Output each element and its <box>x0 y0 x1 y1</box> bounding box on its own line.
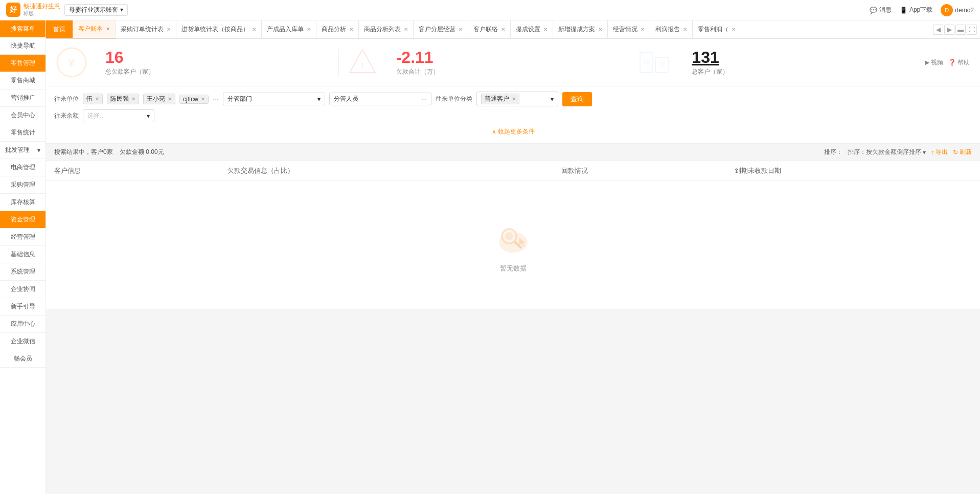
stat-block-amount: -2.11 欠款合计（万） <box>386 49 630 76</box>
query-button[interactable]: 查询 <box>562 92 592 106</box>
stat-label-total: 总客户（家） <box>692 68 728 76</box>
results-amount: 欠款金额 0.00元 <box>120 148 164 155</box>
help-link[interactable]: ❓ 帮助 <box>948 58 970 67</box>
data-table: 客户信息 欠款交易信息（占比） 回款情况 到期未收款日期 <box>46 161 980 309</box>
tab-new-promotion[interactable]: 新增提成方案 ✕ <box>553 20 608 39</box>
sidebar-item-operations[interactable]: 经营管理 <box>0 229 45 246</box>
tab-operations-label: 经营情况 <box>613 25 637 34</box>
tab-close-icon[interactable]: ✕ <box>501 27 505 32</box>
stat-block-customers: 16 总欠款客户（家） <box>95 49 339 76</box>
tab-accounts[interactable]: 客户账本 ✕ <box>73 20 116 39</box>
stat-deco-icon-3 <box>637 47 673 78</box>
sidebar-item-member-center[interactable]: 会员中心 <box>0 107 45 124</box>
tab-product-instock[interactable]: 产成品入库单 ✕ <box>262 20 316 39</box>
sidebar-item-inventory[interactable]: 库存核算 <box>0 194 45 211</box>
sidebar-search[interactable]: 搜索菜单 <box>0 20 45 37</box>
filter-tag-wu[interactable]: 伍 ✕ <box>83 94 103 104</box>
tab-close-icon[interactable]: ✕ <box>167 27 171 32</box>
tab-close-icon[interactable]: ✕ <box>459 27 463 32</box>
tab-close-icon[interactable]: ✕ <box>106 26 110 32</box>
logo-text: 畅捷通好生意 <box>24 3 60 10</box>
tab-retail-profit[interactable]: 零售利润（ ✕ <box>693 20 741 39</box>
category-select[interactable]: 普通客户 ✕ ▾ <box>476 92 558 106</box>
tab-customer-tier[interactable]: 客户分层经营 ✕ <box>414 20 468 39</box>
tab-next-button[interactable]: ▶ <box>944 25 954 35</box>
tab-close-icon[interactable]: ✕ <box>307 27 311 32</box>
video-help-link[interactable]: ▶ 视频 <box>925 58 943 67</box>
sidebar-item-finance[interactable]: 资金管理 <box>0 211 45 229</box>
results-info: 搜索结果中，客户0家 欠款金额 0.00元 <box>54 148 164 156</box>
tab-close-icon[interactable]: ✕ <box>543 27 548 32</box>
sort-dropdown-icon: ▾ <box>923 149 926 156</box>
tab-customer-tier-label: 客户分层经营 <box>419 25 455 34</box>
sidebar-item-ecommerce[interactable]: 电商管理 <box>0 159 45 176</box>
tab-promotion-settings[interactable]: 提成设置 ✕ <box>511 20 553 39</box>
sidebar-item-purchase[interactable]: 采购管理 <box>0 176 45 194</box>
top-bar-right: 💬 消息 📱 App下载 D demo2 <box>870 4 974 16</box>
sidebar-item-basics[interactable]: 基础信息 <box>0 246 45 263</box>
message-label: 消息 <box>879 6 892 14</box>
filter-tag-cjttcw[interactable]: cjttcw ✕ <box>179 95 209 104</box>
collapse-button[interactable]: ∧ 收起更多条件 <box>54 125 972 138</box>
tab-goods-analysis-list[interactable]: 商品分析列表 ✕ <box>359 20 414 39</box>
help-links: ▶ 视频 ❓ 帮助 <box>925 58 970 67</box>
tab-profit-report-label: 利润报告 <box>655 25 680 34</box>
tab-profit-report[interactable]: 利润报告 ✕ <box>650 20 693 39</box>
user-area[interactable]: D demo2 <box>941 4 974 16</box>
tab-home[interactable]: 首页 <box>46 20 73 39</box>
tab-customer-contact[interactable]: 客户联络 ✕ <box>468 20 511 39</box>
tag-close-icon[interactable]: ✕ <box>131 96 135 102</box>
tab-goods-analysis[interactable]: 商品分析 ✕ <box>316 20 359 39</box>
filter-tag-normal-customer[interactable]: 普通客户 ✕ <box>481 94 519 104</box>
tabs-controls: ◀ ▶ ▬ ⛶ <box>930 25 980 35</box>
tab-operations[interactable]: 经营情况 ✕ <box>608 20 650 39</box>
sidebar-item-vip-member[interactable]: 畅会员 <box>0 350 45 368</box>
sidebar-quick-nav[interactable]: 快捷导航 <box>0 37 45 55</box>
app-download-button[interactable]: 📱 App下载 <box>900 6 932 14</box>
table-empty-row: 暂无数据 <box>46 181 980 309</box>
filter-tag-wang[interactable]: 王小亮 ✕ <box>143 94 175 104</box>
sort-select[interactable]: 排序：按欠款金额倒序排序 ▾ <box>848 148 926 156</box>
sidebar-item-enterprise-coop[interactable]: 企业协同 <box>0 281 45 298</box>
sidebar-item-retail-mgmt[interactable]: 零售管理 <box>0 55 45 72</box>
sidebar-item-retail-mall[interactable]: 零售商城 <box>0 72 45 89</box>
tab-instock-stats[interactable]: 进货单统计表（按商品） ✕ <box>176 20 262 39</box>
store-selector[interactable]: 母婴行业演示账套 ▾ <box>64 4 128 16</box>
results-bar: 搜索结果中，客户0家 欠款金额 0.00元 排序： 排序：按欠款金额倒序排序 ▾… <box>46 144 980 161</box>
tab-maximize-button[interactable]: ⛶ <box>967 25 977 35</box>
tab-purchase-order[interactable]: 采购订单统计表 ✕ <box>116 20 176 39</box>
sidebar-item-app-center[interactable]: 应用中心 <box>0 316 45 333</box>
person-select[interactable]: 分管人员 ··· <box>329 93 431 105</box>
sidebar-item-enterprise-wechat[interactable]: 企业微信 <box>0 333 45 350</box>
tab-close-icon[interactable]: ✕ <box>641 27 645 32</box>
tag-close-icon[interactable]: ✕ <box>95 96 99 102</box>
sidebar-item-retail-stats[interactable]: 零售统计 <box>0 124 45 142</box>
tab-close-icon[interactable]: ✕ <box>683 27 687 32</box>
sidebar-item-wholesale-mgmt[interactable]: 批发管理 ▾ <box>0 142 45 159</box>
tab-close-icon[interactable]: ✕ <box>732 27 736 32</box>
balance-select[interactable]: 选择... ▾ <box>83 109 154 122</box>
tab-close-icon[interactable]: ✕ <box>598 27 602 32</box>
tab-minimize-button[interactable]: ▬ <box>955 25 966 35</box>
tab-close-icon[interactable]: ✕ <box>349 27 353 32</box>
filter-tag-chen[interactable]: 陈民强 ✕ <box>107 94 139 104</box>
sidebar-item-system[interactable]: 系统管理 <box>0 263 45 281</box>
empty-illustration <box>493 217 534 258</box>
tag-close-icon[interactable]: ✕ <box>168 96 172 102</box>
tab-close-icon[interactable]: ✕ <box>252 27 256 32</box>
sidebar-item-marketing[interactable]: 营销推广 <box>0 89 45 107</box>
refresh-button[interactable]: ↻ 刷新 <box>953 148 972 156</box>
tag-close-icon[interactable]: ✕ <box>201 96 205 102</box>
filter-area: 往来单位 伍 ✕ 陈民强 ✕ 王小亮 ✕ cjttcw <box>46 86 980 144</box>
tabs-bar: 首页 客户账本 ✕ 采购订单统计表 ✕ 进货单统计表（按商品） ✕ 产成品入库单… <box>46 20 980 39</box>
tab-prev-button[interactable]: ◀ <box>933 25 943 35</box>
filter-more-icon[interactable]: ··· <box>213 95 219 103</box>
message-button[interactable]: 💬 消息 <box>870 6 892 14</box>
tag-close-icon[interactable]: ✕ <box>512 96 516 102</box>
sidebar-item-new-guide[interactable]: 新手引导 <box>0 298 45 316</box>
dept-select[interactable]: 分管部门 ▾ <box>223 93 325 105</box>
export-button[interactable]: ↑ 导出 <box>931 148 948 156</box>
logo-area[interactable]: 好 畅捷通好生意 标版 <box>6 3 60 17</box>
stats-strip: ¥ 16 总欠款客户（家） ! -2.11 欠款合计（万） <box>46 39 980 86</box>
tab-close-icon[interactable]: ✕ <box>404 27 408 32</box>
